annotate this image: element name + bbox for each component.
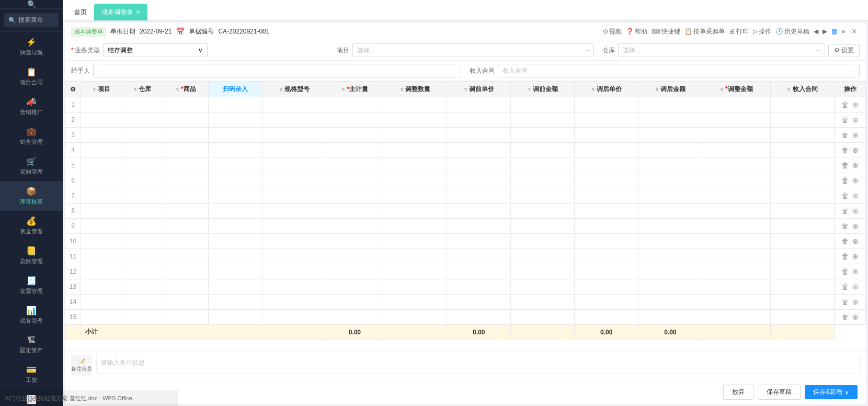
cell-adjust-amount-2[interactable] xyxy=(702,112,771,128)
cell-income-contract-11[interactable] xyxy=(770,249,834,264)
cell-pre-unit-price-9[interactable] xyxy=(447,219,511,234)
sidebar-item-invoice-mgmt[interactable]: 🧾发票管理 xyxy=(0,270,63,300)
col-sort-pre-amount[interactable]: ⇅ xyxy=(528,87,531,92)
cell-pre-amount-1[interactable] xyxy=(511,97,575,112)
cell-project-2[interactable] xyxy=(81,112,122,128)
delete-row-2-btn[interactable]: 🗑 xyxy=(840,115,850,125)
shortcut-btn[interactable]: ⌨ 快捷键 xyxy=(652,27,680,36)
cell-product-2[interactable] xyxy=(163,112,209,128)
cell-income-contract-10[interactable] xyxy=(770,234,834,249)
nav-left-btn[interactable]: ◀ xyxy=(814,28,818,35)
sidebar-item-sales-mgmt[interactable]: 💼销售管理 xyxy=(0,121,63,151)
cell-post-amount-12[interactable] xyxy=(638,264,702,279)
cell-scan-12[interactable] xyxy=(209,264,262,279)
cell-post-amount-3[interactable] xyxy=(638,128,702,143)
cell-scan-10[interactable] xyxy=(209,234,262,249)
cell-post-amount-8[interactable] xyxy=(638,204,702,219)
cell-income-contract-9[interactable] xyxy=(770,219,834,234)
help-btn[interactable]: ❓ 帮助 xyxy=(626,27,647,36)
cell-pre-unit-price-13[interactable] xyxy=(447,279,511,295)
cell-adjust-qty-10[interactable] xyxy=(383,234,447,249)
cell-spec-15[interactable] xyxy=(262,310,326,325)
delete-row-12-btn[interactable]: 🗑 xyxy=(840,266,850,277)
cell-scan-4[interactable] xyxy=(209,143,262,158)
cell-income-contract-3[interactable] xyxy=(770,128,834,143)
cell-project-7[interactable] xyxy=(81,188,122,204)
operate-btn[interactable]: ▷ 操作 xyxy=(753,27,771,36)
tab-home[interactable]: 首页 xyxy=(67,4,94,20)
col-sort-post-unit-price[interactable]: ⇅ xyxy=(591,87,595,92)
cell-income-contract-12[interactable] xyxy=(770,264,834,279)
biz-type-select[interactable]: 结存调整 ∨ xyxy=(103,43,208,57)
cell-adjust-qty-4[interactable] xyxy=(383,143,447,158)
cell-pre-unit-price-5[interactable] xyxy=(447,158,511,173)
cell-income-contract-4[interactable] xyxy=(770,143,834,158)
cell-pre-unit-price-7[interactable] xyxy=(447,188,511,204)
col-sort-post-amount[interactable]: ⇅ xyxy=(655,87,659,92)
cell-income-contract-1[interactable] xyxy=(770,97,834,112)
settings-col-header[interactable]: ⚙ xyxy=(65,82,81,97)
cell-product-3[interactable] xyxy=(163,128,209,143)
cell-product-5[interactable] xyxy=(163,158,209,173)
cell-scan-13[interactable] xyxy=(209,279,262,295)
warehouse-input[interactable]: 选择... ··· xyxy=(618,43,825,57)
col-sort-adjust-amount[interactable]: ⇅ xyxy=(720,87,724,92)
col-sort-warehouse[interactable]: ⇅ xyxy=(133,87,137,92)
cell-project-9[interactable] xyxy=(81,219,122,234)
cell-warehouse-4[interactable] xyxy=(122,143,163,158)
cell-spec-7[interactable] xyxy=(262,188,326,204)
cell-unit-4[interactable] xyxy=(326,143,383,158)
cell-income-contract-14[interactable] xyxy=(770,295,834,310)
cell-spec-9[interactable] xyxy=(262,219,326,234)
tab-close-icon[interactable]: ✕ xyxy=(136,9,140,15)
discard-button[interactable]: 放弃 xyxy=(723,385,753,400)
handler-input[interactable]: ··· xyxy=(93,64,461,77)
cell-income-contract-6[interactable] xyxy=(770,173,834,188)
cell-scan-11[interactable] xyxy=(209,249,262,264)
cell-spec-8[interactable] xyxy=(262,204,326,219)
copy-row-7-btn[interactable]: ⊕ xyxy=(851,190,860,201)
cell-product-4[interactable] xyxy=(163,143,209,158)
cell-unit-8[interactable] xyxy=(326,204,383,219)
view-btn[interactable]: ⊙ 视频 xyxy=(603,27,622,36)
col-sort-spec[interactable]: ⇅ xyxy=(279,87,283,92)
col-sort-unit[interactable]: ⇅ xyxy=(341,87,345,92)
sidebar-item-fixed-assets[interactable]: 🏗固定资产 xyxy=(0,330,63,359)
sidebar-item-ledger-mgmt[interactable]: 📒总账管理 xyxy=(0,241,63,270)
cell-pre-unit-price-3[interactable] xyxy=(447,128,511,143)
cell-income-contract-15[interactable] xyxy=(770,310,834,325)
cell-income-contract-13[interactable] xyxy=(770,279,834,295)
cell-spec-4[interactable] xyxy=(262,143,326,158)
col-sort-project[interactable]: ⇅ xyxy=(93,87,96,92)
settings-button[interactable]: ⚙ 设置 xyxy=(828,44,860,57)
cell-post-unit-price-2[interactable] xyxy=(575,112,638,128)
cell-spec-13[interactable] xyxy=(262,279,326,295)
cell-adjust-amount-12[interactable] xyxy=(702,264,771,279)
sidebar-item-purchase-mgmt[interactable]: 🛒采购管理 xyxy=(0,151,63,181)
cell-warehouse-10[interactable] xyxy=(122,234,163,249)
cell-warehouse-8[interactable] xyxy=(122,204,163,219)
cell-adjust-amount-4[interactable] xyxy=(702,143,771,158)
cell-warehouse-12[interactable] xyxy=(122,264,163,279)
col-sort-income-contract[interactable]: ⇅ xyxy=(787,87,791,92)
cell-adjust-amount-5[interactable] xyxy=(702,158,771,173)
cell-unit-1[interactable] xyxy=(326,97,383,112)
copy-row-6-btn[interactable]: ⊕ xyxy=(851,175,860,186)
cell-post-amount-11[interactable] xyxy=(638,249,702,264)
delete-row-1-btn[interactable]: 🗑 xyxy=(840,99,850,110)
cell-warehouse-1[interactable] xyxy=(122,97,163,112)
nav-right-btn[interactable]: ▶ xyxy=(823,28,827,35)
cell-post-unit-price-1[interactable] xyxy=(575,97,638,112)
cell-post-amount-9[interactable] xyxy=(638,219,702,234)
sidebar-item-quick-nav[interactable]: ⚡快速导航 xyxy=(0,32,63,62)
cell-adjust-amount-13[interactable] xyxy=(702,279,771,295)
cell-spec-6[interactable] xyxy=(262,173,326,188)
cell-post-amount-10[interactable] xyxy=(638,234,702,249)
delete-row-8-btn[interactable]: 🗑 xyxy=(840,206,850,216)
cell-adjust-qty-9[interactable] xyxy=(383,219,447,234)
cell-pre-amount-9[interactable] xyxy=(511,219,575,234)
copy-row-5-btn[interactable]: ⊕ xyxy=(851,160,860,171)
sidebar-item-project-contract[interactable]: 📋项目合同 xyxy=(0,62,63,92)
income-contract-input[interactable]: 收入合同 ··· xyxy=(498,64,860,77)
cell-warehouse-7[interactable] xyxy=(122,188,163,204)
